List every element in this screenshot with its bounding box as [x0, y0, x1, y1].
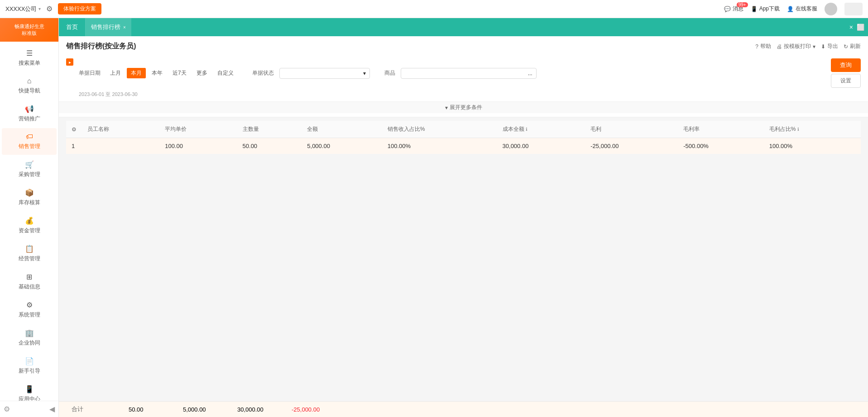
date-range-text: 2023-06-01 至 2023-06-30 — [79, 91, 138, 97]
sidebar-item-system[interactable]: ⚙ 系统管理 — [2, 296, 57, 323]
purchase-icon: 🛒 — [25, 160, 34, 169]
th-name: 员工名称 — [82, 121, 159, 138]
logo-line1: 畅康通好生意 — [14, 23, 44, 30]
sidebar-item-inventory[interactable]: 📦 库存核算 — [2, 184, 57, 211]
top-bar: XXXXX公司 ▾ ⚙ 体验行业方案 💬 消息 99+ 📱 App下载 👤 在线… — [0, 0, 868, 18]
sidebar-item-sales[interactable]: 🏷 销售管理 — [2, 128, 57, 155]
user-name-badge[interactable] — [844, 3, 863, 15]
row-name — [82, 138, 159, 154]
content-area: 首页 销售排行榜 × × ⬜ 销售排行榜(按业务员) ? 帮助 — [59, 18, 868, 417]
operation-icon: 📋 — [25, 244, 34, 253]
message-button[interactable]: 💬 消息 99+ — [724, 5, 743, 13]
tab-fullscreen-button[interactable]: ⬜ — [857, 24, 864, 31]
date-tab-current-month[interactable]: 本月 — [127, 68, 146, 78]
app-label: App下载 — [759, 5, 780, 13]
query-button[interactable]: 查询 — [831, 58, 861, 72]
sidebar-item-quick-label: 快捷导航 — [19, 87, 40, 95]
company-selector[interactable]: XXXXX公司 ▾ — [5, 5, 41, 13]
apps-icon: 📱 — [25, 385, 34, 393]
tab-home[interactable]: 首页 — [59, 18, 86, 36]
filter-actions: 查询 设置 — [831, 58, 861, 88]
date-range-display: 2023-06-01 至 2023-06-30 — [79, 90, 861, 98]
sidebar-item-enterprise[interactable]: 🏢 企业协同 — [2, 324, 57, 351]
sidebar-item-finance-label: 资金管理 — [19, 227, 40, 235]
sidebar-item-search[interactable]: ☰ 搜索菜单 — [2, 44, 57, 72]
status-select[interactable]: ▾ — [279, 68, 370, 79]
th-profit: 毛利 — [585, 121, 678, 138]
print-icon: 🖨 — [777, 43, 782, 50]
th-profit-rate: 毛利率 — [678, 121, 764, 138]
sidebar-item-basic[interactable]: ⊞ 基础信息 — [2, 268, 57, 295]
data-table: ⚙ 员工名称 平均单价 主数量 全额 销售收入占比% 成本全额 ℹ 毛利 毛利率… — [66, 121, 861, 154]
sidebar-item-marketing[interactable]: 📢 营销推广 — [2, 100, 57, 127]
tab-close-all-button[interactable]: × — [849, 24, 853, 31]
footer-label: 合计 — [72, 405, 83, 413]
export-button[interactable]: ⬇ 导出 — [821, 43, 838, 50]
footer-profit: -25,000.00 — [292, 406, 346, 413]
sidebar-item-finance[interactable]: 💰 资金管理 — [2, 212, 57, 239]
expand-chevron-icon: ▾ — [445, 105, 448, 111]
table-row: 1 100.00 50.00 5,000.00 100.00% 30,000.0… — [66, 138, 861, 154]
sidebar-collapse-button[interactable]: ◀ — [49, 405, 55, 413]
sidebar-item-guide[interactable]: 📄 新手引导 — [2, 352, 57, 379]
help-icon: ? — [755, 43, 758, 50]
sidebar-item-purchase-label: 采购管理 — [19, 171, 40, 178]
th-amount: 全额 — [302, 121, 382, 138]
logo-line2: 标准版 — [14, 30, 44, 37]
date-tab-current-year[interactable]: 本年 — [148, 68, 167, 78]
expand-conditions-btn[interactable]: ▾ 展开更多条件 — [59, 101, 868, 113]
page-actions: ? 帮助 🖨 按模板打印 ▾ ⬇ 导出 ↻ — [755, 43, 861, 50]
help-link[interactable]: ? 帮助 — [755, 43, 771, 50]
filter-collapse-toggle[interactable]: ▸ — [66, 58, 73, 66]
app-download-button[interactable]: 📱 App下载 — [751, 5, 780, 13]
logo-area: 畅康通好生意 标准版 — [0, 18, 58, 42]
table-header-row: ⚙ 员工名称 平均单价 主数量 全额 销售收入占比% 成本全额 ℹ 毛利 毛利率… — [66, 121, 861, 138]
row-profit-pct: 100.00% — [764, 138, 861, 154]
print-chevron: ▾ — [813, 43, 815, 50]
date-tab-custom[interactable]: 自定义 — [213, 68, 238, 78]
sales-icon: 🏷 — [26, 133, 33, 141]
print-button[interactable]: 🖨 按模板打印 ▾ — [777, 43, 815, 50]
settings-button[interactable]: 设置 — [831, 74, 861, 88]
refresh-button[interactable]: ↻ 刷新 — [844, 43, 861, 50]
status-label: 单据状态 — [252, 69, 274, 77]
table-container: ⚙ 员工名称 平均单价 主数量 全额 销售收入占比% 成本全额 ℹ 毛利 毛利率… — [59, 117, 868, 401]
th-cost: 成本全额 ℹ — [497, 121, 585, 138]
sidebar-item-guide-label: 新手引导 — [19, 367, 40, 375]
message-badge: 99+ — [737, 2, 748, 7]
date-tab-last-month[interactable]: 上月 — [106, 68, 125, 78]
goods-select[interactable]: ... — [401, 68, 537, 79]
row-rank: 1 — [66, 138, 82, 154]
th-settings: ⚙ — [66, 121, 82, 138]
row-qty: 50.00 — [237, 138, 302, 154]
cost-info-icon[interactable]: ℹ — [526, 127, 528, 132]
sidebar-item-quick[interactable]: ⌂ 快捷导航 — [2, 72, 57, 99]
date-tab-more[interactable]: 更多 — [192, 68, 211, 78]
sidebar-item-purchase[interactable]: 🛒 采购管理 — [2, 156, 57, 183]
company-chevron: ▾ — [38, 6, 41, 11]
sidebar-item-system-label: 系统管理 — [19, 311, 40, 319]
tab-sales-ranking[interactable]: 销售排行榜 × — [86, 18, 131, 36]
column-settings-icon[interactable]: ⚙ — [72, 126, 77, 133]
avatar[interactable] — [825, 3, 837, 15]
system-icon: ⚙ — [26, 301, 33, 309]
nav-items: ☰ 搜索菜单 ⌂ 快捷导航 📢 营销推广 🏷 销售管理 🛒 采购管理 📦 库 — [0, 42, 58, 401]
tab-close-button[interactable]: × — [123, 25, 126, 30]
sidebar-item-operation-label: 经营管理 — [19, 255, 40, 263]
sidebar-settings-button[interactable]: ⚙ — [4, 405, 10, 413]
tab-sales-ranking-label: 销售排行榜 — [91, 23, 120, 31]
main-layout: 畅康通好生意 标准版 ☰ 搜索菜单 ⌂ 快捷导航 📢 营销推广 🏷 销售管理 — [0, 18, 868, 417]
tab-bar: 首页 销售排行榜 × × ⬜ — [59, 18, 868, 36]
profit-pct-info-icon[interactable]: ℹ — [797, 127, 799, 132]
experience-button[interactable]: 体验行业方案 — [58, 3, 101, 14]
sidebar-item-operation[interactable]: 📋 经营管理 — [2, 240, 57, 267]
date-tab-7days[interactable]: 近7天 — [168, 68, 191, 78]
filter-area: ▸ 单据日期 上月 本月 本年 近7天 更多 — [66, 55, 861, 117]
date-tabs: 上月 本月 本年 近7天 更多 自定义 — [106, 68, 238, 78]
filter-row-1: 单据日期 上月 本月 本年 近7天 更多 自定义 — [79, 58, 861, 88]
sidebar-item-apps[interactable]: 📱 应用中心 — [2, 380, 57, 401]
settings-icon[interactable]: ⚙ — [46, 5, 53, 13]
sidebar-bottom: ⚙ ◀ — [0, 401, 58, 417]
goods-more: ... — [528, 70, 532, 77]
online-service-button[interactable]: 👤 在线客服 — [787, 5, 817, 13]
